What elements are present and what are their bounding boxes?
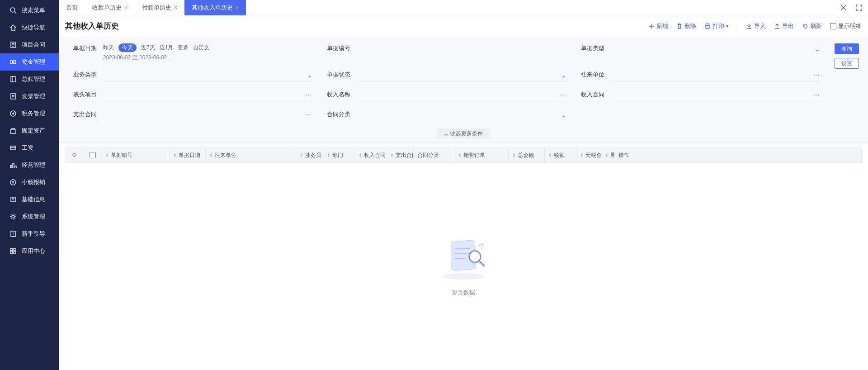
filter-income-name-label: 收入名称 xyxy=(327,90,357,99)
sidebar-item-ledger[interactable]: 总账管理 xyxy=(0,71,59,88)
svg-rect-8 xyxy=(10,146,16,150)
print-button[interactable]: 打印▾ xyxy=(704,22,728,30)
tab[interactable]: 首页 xyxy=(59,0,85,15)
refresh-button[interactable]: 刷新 xyxy=(802,22,822,30)
select-all-checkbox[interactable] xyxy=(90,152,96,158)
sidebar-item-invoice[interactable]: 发票管理 xyxy=(0,88,59,105)
delete-button[interactable]: 删除 xyxy=(676,22,696,30)
sort-icon xyxy=(173,153,177,157)
table-header-cell[interactable]: 单据编号 xyxy=(102,148,170,162)
sidebar-item-money[interactable]: 资金管理 xyxy=(0,53,59,71)
tabs: 首页收款单历史×付款单历史×其他收入单历史× xyxy=(59,0,868,15)
import-button[interactable]: 导入 xyxy=(746,22,766,30)
date-preset[interactable]: 近1月 xyxy=(160,44,174,52)
doc-status-input[interactable] xyxy=(357,70,567,81)
date-preset[interactable]: 更多 xyxy=(178,44,189,52)
table-header-cell[interactable]: 无税金额 xyxy=(576,148,601,162)
table-header: ⚙单据编号单据日期往来单位业务员部门收入合同支出合同合同分类销售订单总金额税额无… xyxy=(65,147,862,163)
sidebar-item-tax[interactable]: 税务管理 xyxy=(0,105,59,122)
main: 首页收款单历史×付款单历史×其他收入单历史× 其他收入单历史 新增 删除 打印▾… xyxy=(59,0,868,370)
table-header-cell: ⚙ xyxy=(66,148,84,162)
tab[interactable]: 收款单历史× xyxy=(85,0,135,15)
sidebar-item-biz[interactable]: 经营管理 xyxy=(0,157,59,174)
date-preset[interactable]: 近7天 xyxy=(141,44,155,52)
svg-rect-13 xyxy=(10,248,13,251)
tab-close-all-icon[interactable] xyxy=(838,2,849,13)
sidebar-item-guide[interactable]: 新手引导 xyxy=(0,225,59,242)
table-header-cell[interactable]: 收入合同 xyxy=(355,148,387,162)
sidebar-item-label: 资金管理 xyxy=(22,58,45,66)
svg-point-3 xyxy=(12,61,14,63)
table-header-cell[interactable]: 往来单位 xyxy=(206,148,296,162)
import-label: 导入 xyxy=(754,22,766,30)
tab-label: 收款单历史 xyxy=(92,4,122,12)
sidebar-item-info[interactable]: 基础信息 xyxy=(0,191,59,208)
add-button[interactable]: 新增 xyxy=(648,22,668,30)
table-header-cell[interactable]: 部门 xyxy=(323,148,355,162)
salary-icon xyxy=(9,144,17,152)
party-input[interactable] xyxy=(611,70,821,81)
sidebar-item-system[interactable]: 系统管理 xyxy=(0,208,59,225)
query-button[interactable]: 查询 xyxy=(835,43,859,54)
sidebar-item-home[interactable]: 快捷导航 xyxy=(0,19,59,36)
doc-no-input[interactable] xyxy=(357,43,567,55)
page-title: 其他收入单历史 xyxy=(65,21,119,31)
sidebar-item-assets[interactable]: 固定资产 xyxy=(0,122,59,139)
expense-contract-input[interactable] xyxy=(103,109,313,121)
filter-doc-type-label: 单据类型 xyxy=(581,43,611,52)
date-range-text: 2023-06-02 至 2023-06-02 xyxy=(103,54,313,62)
table-header-cell[interactable]: 税额 xyxy=(545,148,576,162)
svg-point-17 xyxy=(443,273,484,280)
column-label: 部门 xyxy=(332,152,343,159)
tab[interactable]: 其他收入单历史× xyxy=(184,0,246,15)
table-header-cell[interactable]: 销售订单 xyxy=(454,148,509,162)
income-name-input[interactable] xyxy=(357,90,567,101)
filter-income-contract: 收入合同 ⋯ xyxy=(581,90,821,101)
column-label: 往来单位 xyxy=(215,152,236,159)
filter-doc-no-label: 单据编号 xyxy=(327,43,357,52)
date-preset[interactable]: 自定义 xyxy=(193,44,209,52)
close-icon[interactable]: × xyxy=(174,5,177,11)
filter-area: 单据日期 昨天今天近7天近1月更多自定义 2023-06-02 至 2023-0… xyxy=(59,37,868,143)
date-preset[interactable]: 昨天 xyxy=(103,44,114,52)
filter-header-proj: 表头项目 ⋯ xyxy=(73,90,313,101)
table-header-cell[interactable]: 累 xyxy=(601,148,615,162)
close-icon[interactable]: × xyxy=(124,5,127,11)
collapse-label: 收起更多条件 xyxy=(450,130,483,138)
settings-button[interactable]: 设置 xyxy=(835,58,859,69)
income-contract-input[interactable] xyxy=(611,90,821,101)
sort-icon xyxy=(327,153,330,157)
date-sep: 至 xyxy=(132,54,138,61)
header-proj-input[interactable] xyxy=(103,90,313,101)
table-header-cell[interactable]: 业务员 xyxy=(296,148,323,162)
export-button[interactable]: 导出 xyxy=(774,22,794,30)
sidebar-item-apps[interactable]: 应用中心 xyxy=(0,242,59,260)
sidebar-item-salary[interactable]: 工资 xyxy=(0,139,59,157)
column-label: 收入合同 xyxy=(364,152,386,159)
sidebar-item-label: 税务管理 xyxy=(22,109,45,118)
fullscreen-icon[interactable] xyxy=(854,2,864,13)
refresh-label: 刷新 xyxy=(810,22,822,30)
show-detail-toggle[interactable]: 显示明细 xyxy=(830,22,862,30)
tab[interactable]: 付款单历史× xyxy=(135,0,184,15)
sidebar-item-clipboard[interactable]: 项目合同 xyxy=(0,36,59,53)
print-label: 打印 xyxy=(712,22,724,30)
filter-contract-cat: 合同分类 ⌄ xyxy=(327,109,567,121)
table-header-cell[interactable]: 总金额 xyxy=(509,148,545,162)
table-header-cell[interactable]: 单据日期 xyxy=(170,148,206,162)
page-header: 其他收入单历史 新增 删除 打印▾ | 导入 导出 刷新 显示明细 xyxy=(59,15,868,37)
sidebar-item-search[interactable]: 搜索菜单 xyxy=(0,2,59,19)
contract-cat-input[interactable] xyxy=(357,109,567,121)
sidebar-item-label: 新手引导 xyxy=(22,230,45,238)
svg-line-19 xyxy=(479,261,484,266)
gear-icon[interactable]: ⚙ xyxy=(72,152,77,158)
date-preset[interactable]: 今天 xyxy=(118,43,137,52)
collapse-filters-button[interactable]: ︽ 收起更多条件 xyxy=(437,128,490,139)
close-icon[interactable]: × xyxy=(236,5,239,11)
table-header-cell[interactable]: 支出合同 xyxy=(387,148,414,162)
biz-type-input[interactable] xyxy=(103,70,313,81)
doc-type-input[interactable] xyxy=(611,43,821,55)
show-detail-checkbox[interactable] xyxy=(830,23,836,29)
sidebar-item-reimburse[interactable]: 小畅报销 xyxy=(0,174,59,191)
filter-party-label: 往来单位 xyxy=(581,70,611,79)
